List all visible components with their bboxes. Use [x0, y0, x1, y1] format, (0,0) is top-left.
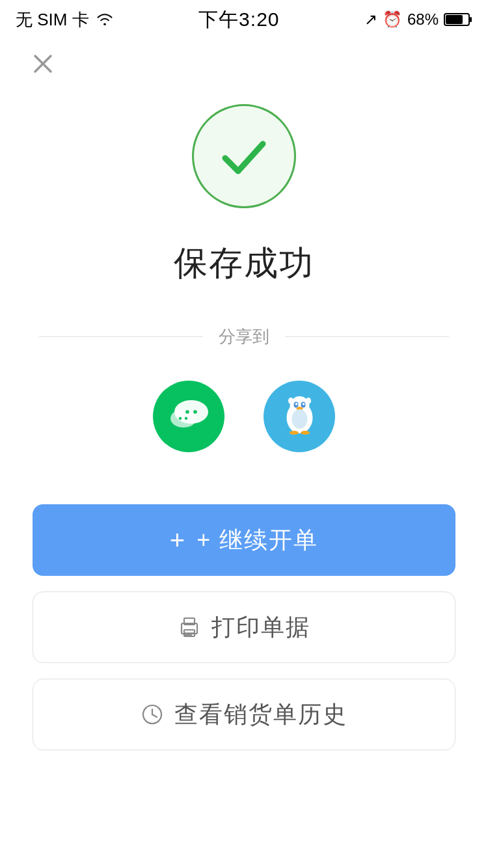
- continue-label: + 继续开单: [197, 524, 318, 556]
- svg-rect-2: [470, 17, 472, 22]
- share-label: 分享到: [203, 325, 285, 348]
- success-title: 保存成功: [174, 241, 314, 286]
- wechat-icon: [167, 398, 211, 435]
- history-button[interactable]: 查看销货单历史: [33, 679, 455, 750]
- qq-icon: [278, 393, 321, 440]
- history-label: 查看销货单历史: [174, 699, 347, 731]
- continue-plus-icon: +: [170, 527, 186, 553]
- print-button[interactable]: 打印单据: [33, 591, 455, 663]
- status-right: ↗ ⏰ 68%: [364, 10, 472, 29]
- wechat-share-button[interactable]: [153, 381, 224, 452]
- close-icon: [31, 52, 55, 75]
- divider-left: [39, 336, 203, 337]
- share-row: [153, 381, 335, 452]
- buttons-section: + + 继续开单 打印单据 查看销货单历史: [0, 504, 488, 750]
- svg-point-10: [185, 417, 187, 420]
- close-button[interactable]: [26, 47, 60, 81]
- battery-text: 68%: [407, 10, 439, 29]
- svg-point-22: [306, 398, 311, 404]
- status-bar: 无 SIM 卡 下午3:20 ↗ ⏰ 68%: [0, 0, 488, 39]
- main-content: 保存成功 分享到: [0, 39, 488, 750]
- print-icon: [178, 616, 201, 639]
- svg-point-18: [291, 409, 307, 429]
- svg-point-16: [302, 403, 305, 405]
- svg-point-6: [170, 409, 197, 427]
- svg-point-15: [295, 403, 297, 405]
- location-icon: ↗: [364, 10, 377, 29]
- qq-share-button[interactable]: [264, 381, 335, 452]
- checkmark-icon: [215, 127, 273, 185]
- wifi-icon: [96, 13, 114, 26]
- history-icon: [141, 703, 164, 726]
- status-left: 无 SIM 卡: [16, 8, 114, 31]
- carrier-text: 无 SIM 卡: [16, 8, 89, 31]
- battery-icon: [444, 12, 472, 27]
- status-time: 下午3:20: [198, 7, 279, 33]
- divider-right: [285, 336, 449, 337]
- success-icon-circle: [192, 104, 296, 208]
- svg-rect-1: [446, 15, 463, 24]
- print-label: 打印单据: [211, 612, 310, 644]
- svg-point-20: [301, 431, 310, 435]
- svg-point-8: [193, 410, 197, 414]
- share-divider: 分享到: [0, 325, 488, 348]
- alarm-icon: ⏰: [383, 10, 402, 29]
- svg-line-30: [152, 714, 157, 717]
- svg-point-19: [290, 431, 299, 435]
- svg-point-21: [288, 398, 293, 404]
- continue-button[interactable]: + + 继续开单: [33, 504, 455, 576]
- svg-point-9: [179, 417, 182, 420]
- svg-point-7: [185, 410, 189, 414]
